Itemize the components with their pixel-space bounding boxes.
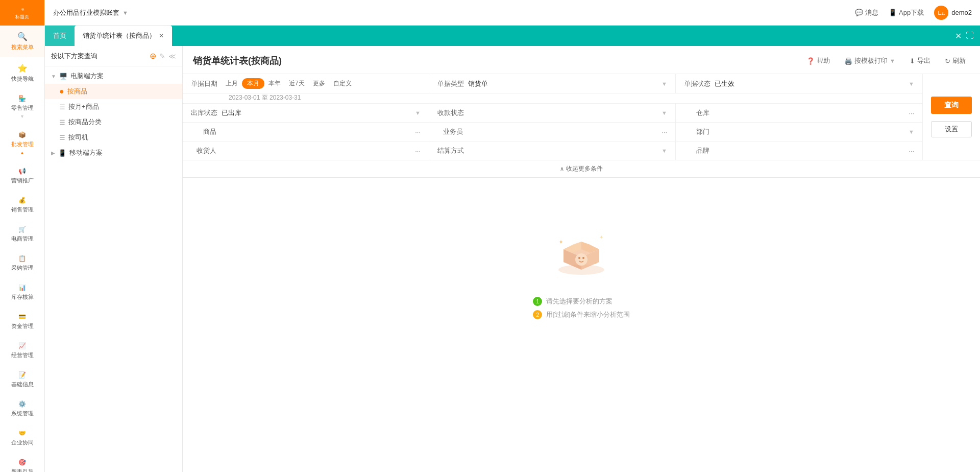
date-btn-more[interactable]: 更多 [309, 78, 329, 89]
user-area[interactable]: Ea demo2 [934, 6, 972, 20]
top-header: 办公用品行业模拟账套 ▼ 💬 消息 📱 App下载 Ea demo2 [45, 0, 980, 26]
close-all-btn[interactable]: ✕ [955, 31, 962, 41]
finance-label: 资金管理 [11, 322, 34, 330]
salesperson-input[interactable]: ··· [467, 128, 667, 136]
sidebar-item-wholesale[interactable]: 📦 批发管理 ▲ [0, 125, 44, 161]
sidebar-item-marketing[interactable]: 📢 营销推广 [0, 161, 44, 191]
date-btn-custom[interactable]: 自定义 [329, 78, 356, 89]
scheme-item-by-product[interactable]: ● 按商品 [45, 84, 182, 99]
sidebar-item-operations[interactable]: 📈 经营管理 [0, 336, 44, 365]
avatar-text: Ea [938, 10, 945, 16]
app-selector[interactable]: 办公用品行业模拟账套 ▼ [53, 8, 128, 17]
empty-tip-2: 2 用[过滤]条件来缩小分析范围 [533, 310, 629, 319]
svg-text:✦: ✦ [599, 234, 603, 240]
message-label: 消息 [865, 8, 878, 17]
tab-home[interactable]: 首页 [45, 26, 75, 46]
help-btn[interactable]: ❓ 帮助 [802, 54, 834, 67]
salesperson-dots[interactable]: ··· [662, 128, 667, 136]
message-btn[interactable]: 💬 消息 [855, 8, 878, 17]
out-status-select[interactable]: 已出库 ▼ [222, 108, 421, 117]
app-name: 办公用品行业模拟账套 [53, 8, 119, 17]
edit-scheme-btn[interactable]: ✎ [159, 52, 165, 60]
sales-label: 销售管理 [11, 206, 34, 214]
top-header-right: 💬 消息 📱 App下载 Ea demo2 [855, 6, 972, 20]
retail-icon: 🏪 [18, 95, 26, 102]
user-name: demo2 [951, 9, 972, 16]
add-scheme-btn[interactable]: ⊕ [150, 51, 156, 61]
mobile-group-icon: 📱 [58, 149, 66, 157]
collapse-row[interactable]: ∧ 收起更多条件 [183, 160, 980, 177]
product-dots[interactable]: ··· [415, 128, 421, 136]
product-input[interactable]: ··· [220, 128, 421, 136]
department-select[interactable]: ▼ [714, 129, 914, 135]
scheme-group-mobile: ▶ 📱 移动端方案 [45, 145, 182, 160]
sidebar-item-purchase[interactable]: 📋 采购管理 [0, 249, 44, 278]
payment-method-arrow: ▼ [662, 148, 667, 154]
sidebar-item-newbie[interactable]: 🎯 新手引导 [0, 453, 44, 472]
sidebar-item-retail[interactable]: 🏪 零售管理 ▼ [0, 89, 44, 125]
out-status-arrow: ▼ [415, 110, 421, 116]
sidebar-item-search[interactable]: 🔍 搜索菜单 [0, 26, 44, 57]
scheme-item-by-cashier[interactable]: ☰ 按司机 [45, 130, 182, 145]
sidebar-item-system[interactable]: ⚙️ 系统管理 [0, 394, 44, 423]
tab-sales-stats[interactable]: 销货单统计表（按商品） ✕ [75, 26, 172, 46]
refresh-btn[interactable]: ↻ 刷新 [941, 54, 970, 67]
warehouse-cell: 仓库 ··· [676, 104, 922, 122]
main-area: 办公用品行业模拟账套 ▼ 💬 消息 📱 App下载 Ea demo2 首页 [45, 0, 980, 472]
scheme-item-by-category[interactable]: ☰ 按商品分类 [45, 114, 182, 130]
scheme-item-by-month-product[interactable]: ☰ 按月+商品 [45, 99, 182, 114]
finance-icon: 💳 [18, 313, 26, 320]
expand-btn[interactable]: ⛶ [966, 31, 974, 40]
scheme-header: 按以下方案查询 ⊕ ✎ ≪ [45, 46, 182, 66]
warehouse-select[interactable]: ··· [714, 109, 914, 117]
app-download-label: App下载 [899, 8, 924, 17]
by-product-label: 按商品 [67, 87, 87, 96]
tab-close-btn[interactable]: ✕ [159, 32, 164, 39]
print-btn[interactable]: 🖨️ 按模板打印 ▼ [840, 54, 899, 67]
brand-input[interactable]: ··· [714, 147, 914, 155]
sidebar-item-sales[interactable]: 💰 销售管理 [0, 191, 44, 220]
payment-method-label: 结算方式 [437, 146, 468, 155]
sidebar-item-inventory[interactable]: 📊 库存核算 [0, 278, 44, 307]
sidebar-item-finance[interactable]: 💳 资金管理 [0, 307, 44, 336]
by-product-bullet: ● [59, 87, 64, 96]
sidebar-item-quicknav[interactable]: ⭐ 快捷导航 [0, 57, 44, 89]
inventory-label: 库存核算 [11, 293, 34, 301]
empty-tips: 1 请先选择要分析的方案 2 用[过滤]条件来缩小分析范围 [533, 297, 629, 319]
sales-stats-tab-label: 销货单统计表（按商品） [83, 31, 156, 40]
doc-status-select[interactable]: 已生效 ▼ [715, 79, 914, 88]
filter-row-2: 出库状态 已出库 ▼ 收款状态 [183, 104, 922, 123]
export-btn[interactable]: ⬇ 导出 [905, 54, 935, 67]
payment-method-select[interactable]: ▼ [468, 148, 667, 154]
filter-row-4: 收货人 ··· 结算方式 [183, 141, 922, 160]
date-btn-this-year[interactable]: 本年 [264, 78, 285, 89]
by-cashier-label: 按司机 [68, 133, 88, 142]
date-btn-this-month[interactable]: 本月 [242, 78, 264, 89]
basic-icon: 📝 [18, 371, 26, 379]
product-cell: 商品 ··· [183, 123, 429, 141]
app-download-btn[interactable]: 📱 App下载 [889, 8, 924, 17]
scheme-group-mobile-header[interactable]: ▶ 📱 移动端方案 [45, 145, 182, 160]
print-dropdown-arrow[interactable]: ▼ [890, 58, 895, 64]
sidebar-item-enterprise[interactable]: 🤝 企业协同 [0, 423, 44, 453]
date-btn-last-month[interactable]: 上月 [222, 78, 242, 89]
recipient-input[interactable]: ··· [220, 147, 421, 155]
query-btn[interactable]: 查询 [931, 97, 972, 114]
tip-1-num: 1 [533, 297, 542, 306]
payment-status-select[interactable]: ▼ [468, 110, 667, 116]
warehouse-dots[interactable]: ··· [909, 109, 914, 117]
doc-type-select[interactable]: 销货单 ▼ [468, 79, 667, 88]
recipient-dots[interactable]: ··· [415, 147, 421, 155]
date-btn-7days[interactable]: 近7天 [285, 78, 309, 89]
recipient-label: 收货人 [191, 146, 220, 155]
by-category-label: 按商品分类 [68, 117, 102, 127]
sidebar-item-basic[interactable]: 📝 基础信息 [0, 365, 44, 394]
logo-area[interactable]: 畅 标题页 [0, 0, 44, 26]
sidebar-item-ecommerce[interactable]: 🛒 电商管理 [0, 220, 44, 249]
by-category-icon: ☰ [59, 119, 65, 126]
department-label: 部门 [684, 127, 714, 136]
brand-dots[interactable]: ··· [909, 147, 914, 155]
collapse-scheme-btn[interactable]: ≪ [168, 52, 176, 60]
settings-btn[interactable]: 设置 [931, 121, 972, 137]
scheme-group-desktop-header[interactable]: ▼ 🖥️ 电脑端方案 [45, 68, 182, 84]
